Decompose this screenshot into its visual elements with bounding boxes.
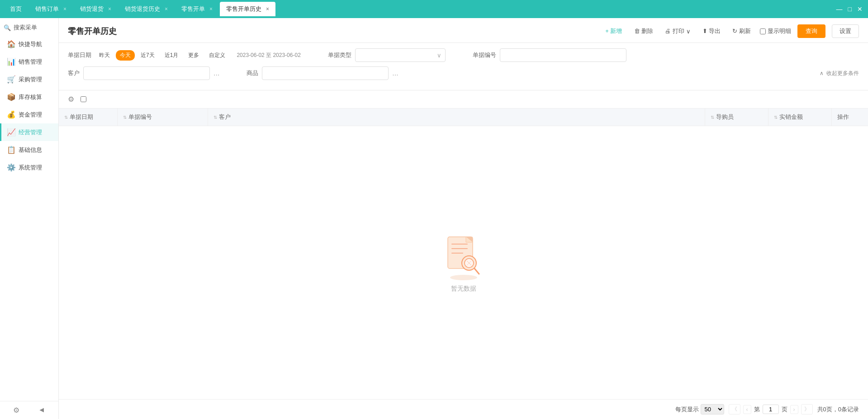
sidebar-item-sales-mgmt[interactable]: 📊 销售管理 xyxy=(0,53,58,71)
trending-icon: 📈 xyxy=(7,128,15,137)
print-button[interactable]: 🖨 打印 ∨ xyxy=(662,25,693,37)
sidebar-item-basic-info[interactable]: 📋 基础信息 xyxy=(0,141,58,159)
page-actions: + 新增 🗑 删除 🖨 打印 ∨ ⬆ 导出 ↻ 刷新 显示明细 查询 设置 xyxy=(602,24,859,38)
tab-bar: 首页 销售订单 × 销货退货 × 销货退货历史 × 零售开单 × 零售开单历史 … xyxy=(0,0,868,18)
tab-sales-return-history-close[interactable]: × xyxy=(165,6,168,12)
per-page-selector: 每页显示 10 20 50 100 xyxy=(675,404,724,414)
date-btn-yesterday[interactable]: 昨天 xyxy=(95,50,114,61)
cart-icon: 🛒 xyxy=(7,75,15,84)
table-head: ⇅ 单据日期 ⇅ 单据编号 ⇅ 客户 ⇅ 导购员 ⇅ 实销金额 xyxy=(59,108,868,126)
collapse-label: 收起更多条件 xyxy=(826,70,859,77)
sidebar-item-sys-mgmt[interactable]: ⚙️ 系统管理 xyxy=(0,159,58,176)
th-customer: ⇅ 客户 xyxy=(208,108,705,126)
tab-home-label: 首页 xyxy=(10,5,22,13)
sidebar-item-purchase-mgmt-label: 采购管理 xyxy=(19,75,42,84)
box-icon: 📦 xyxy=(7,93,15,101)
tab-retail-open-label: 零售开单 xyxy=(181,5,205,13)
sidebar-item-ops-mgmt[interactable]: 📈 经营管理 xyxy=(0,123,58,141)
sidebar-nav: 🏠 快捷导航 📊 销售管理 🛒 采购管理 📦 库存核算 💰 资金管理 📈 xyxy=(0,35,58,401)
window-minimize[interactable]: — xyxy=(836,5,843,13)
filter-customer-input[interactable] xyxy=(83,66,210,80)
collapse-filter-button[interactable]: ∧ 收起更多条件 xyxy=(820,68,859,79)
delete-button[interactable]: 🗑 删除 xyxy=(631,25,656,37)
export-button[interactable]: ⬆ 导出 xyxy=(700,25,724,37)
sort-num-icon[interactable]: ⇅ xyxy=(123,115,127,120)
refresh-button[interactable]: ↻ 刷新 xyxy=(730,25,754,37)
collapse-sidebar-icon[interactable]: ◄ xyxy=(38,406,45,414)
sort-guide-icon[interactable]: ⇅ xyxy=(711,115,714,120)
tab-sales-return-history-label: 销货退货历史 xyxy=(125,5,160,13)
tab-retail-open-close[interactable]: × xyxy=(209,6,213,12)
new-button[interactable]: + 新增 xyxy=(602,25,625,37)
filter-row-1: 单据日期 昨天 今天 近7天 近1月 更多 自定义 2023-06-02 至 2… xyxy=(68,48,859,62)
per-page-select[interactable]: 10 20 50 100 xyxy=(701,404,724,414)
display-detail-toggle[interactable]: 显示明细 xyxy=(760,27,791,35)
chart-icon: 📊 xyxy=(7,57,15,66)
first-page-button[interactable]: 《 xyxy=(729,404,740,414)
tab-retail-history[interactable]: 零售开单历史 × xyxy=(220,2,275,16)
filter-area: 单据日期 昨天 今天 近7天 近1月 更多 自定义 2023-06-02 至 2… xyxy=(59,43,868,90)
date-btn-1month[interactable]: 近1月 xyxy=(161,50,183,61)
filter-goods: 商品 ... xyxy=(247,66,398,80)
filter-date: 单据日期 昨天 今天 近7天 近1月 更多 自定义 2023-06-02 至 2… xyxy=(68,50,301,61)
window-maximize[interactable]: □ xyxy=(848,5,852,13)
customer-browse-icon[interactable]: ... xyxy=(213,69,219,77)
filter-doc-type-select[interactable]: ∨ xyxy=(355,48,446,62)
settings-button[interactable]: 设置 xyxy=(832,24,859,38)
tab-sales-return[interactable]: 销货退货 × xyxy=(74,2,118,16)
date-btn-more[interactable]: 更多 xyxy=(184,50,203,61)
filter-customer-label: 客户 xyxy=(68,69,80,77)
page-number-input[interactable] xyxy=(763,405,779,414)
date-btn-today[interactable]: 今天 xyxy=(116,50,135,61)
print-dropdown-icon: ∨ xyxy=(686,28,691,35)
select-all-checkbox[interactable] xyxy=(81,96,86,102)
prev-page-button[interactable]: ‹ xyxy=(743,405,751,414)
filter-date-label: 单据日期 xyxy=(68,51,91,59)
sidebar-item-quick-nav[interactable]: 🏠 快捷导航 xyxy=(0,35,58,53)
goods-browse-icon[interactable]: ... xyxy=(392,69,398,77)
sort-date-icon[interactable]: ⇅ xyxy=(64,115,68,120)
filter-doc-type: 单据类型 ∨ xyxy=(328,48,446,62)
filter-row-2: 客户 ... 商品 ... ∧ 收起更多条件 xyxy=(68,66,859,80)
filter-doc-num-label: 单据编号 xyxy=(473,51,496,59)
sidebar-item-finance-mgmt[interactable]: 💰 资金管理 xyxy=(0,106,58,123)
filter-doc-num-input[interactable] xyxy=(500,48,626,62)
display-detail-checkbox[interactable] xyxy=(760,28,766,34)
page-label: 第 xyxy=(754,405,760,414)
collapse-icon: ∧ xyxy=(820,70,824,76)
sidebar-item-purchase-mgmt[interactable]: 🛒 采购管理 xyxy=(0,71,58,88)
print-icon: 🖨 打印 xyxy=(665,27,684,35)
tab-retail-open[interactable]: 零售开单 × xyxy=(175,2,219,16)
tab-sales-return-close[interactable]: × xyxy=(108,6,111,12)
tab-home[interactable]: 首页 xyxy=(4,2,28,16)
tab-sales-order-label: 销售订单 xyxy=(35,5,59,13)
window-controls: — □ ✕ xyxy=(836,5,863,13)
filter-doc-type-label: 单据类型 xyxy=(328,51,351,59)
tab-sales-return-history[interactable]: 销货退货历史 × xyxy=(119,2,174,16)
window-close[interactable]: ✕ xyxy=(857,5,863,13)
next-page-button[interactable]: › xyxy=(790,405,798,414)
table-settings-icon[interactable]: ⚙ xyxy=(66,94,76,104)
filter-goods-input[interactable] xyxy=(262,66,389,80)
query-button[interactable]: 查询 xyxy=(797,24,825,38)
sidebar-search[interactable]: 🔍 搜索采单 xyxy=(0,18,58,35)
th-op-label: 操作 xyxy=(837,113,849,121)
settings-bottom-icon[interactable]: ⚙ xyxy=(13,406,19,414)
last-page-button[interactable]: 》 xyxy=(801,404,813,414)
tab-sales-order[interactable]: 销售订单 × xyxy=(29,2,73,16)
page-navigation: 《 ‹ 第 页 › 》 xyxy=(729,404,813,414)
sidebar-search-label: 搜索采单 xyxy=(14,24,37,32)
pagination-bar: 每页显示 10 20 50 100 《 ‹ 第 页 › 》 共0页，0条记录 xyxy=(59,399,868,419)
sort-amount-icon[interactable]: ⇅ xyxy=(774,115,778,120)
date-btn-custom[interactable]: 自定义 xyxy=(205,50,229,61)
sort-customer-icon[interactable]: ⇅ xyxy=(213,115,217,120)
money-icon: 💰 xyxy=(7,110,15,119)
table-wrapper: ⚙ ⇅ 单据日期 ⇅ 单据编号 ⇅ 客户 ⇅ 导购员 xyxy=(59,90,868,399)
tab-sales-order-close[interactable]: × xyxy=(63,6,66,12)
filter-doc-num: 单据编号 xyxy=(473,48,626,62)
tab-retail-history-close[interactable]: × xyxy=(266,6,269,12)
date-btn-7days[interactable]: 近7天 xyxy=(137,50,159,61)
table-toolbar: ⚙ xyxy=(59,90,868,108)
sidebar-item-inventory[interactable]: 📦 库存核算 xyxy=(0,88,58,106)
empty-text: 暂无数据 xyxy=(451,285,476,293)
